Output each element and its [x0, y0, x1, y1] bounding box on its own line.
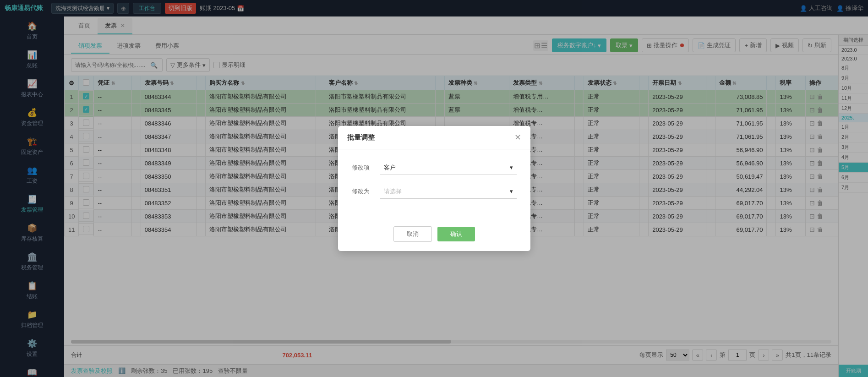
modal-header: 批量调整 ✕	[338, 126, 530, 149]
modal-overlay: 批量调整 ✕ 修改项 客户 ▾ 修改为 请选择 ▾ 取消 确认	[0, 0, 868, 377]
modal-cancel-btn[interactable]: 取消	[393, 226, 432, 242]
modal-modify-row: 修改为 请选择 ▾	[352, 184, 517, 199]
modal-field-row: 修改项 客户 ▾	[352, 160, 517, 175]
modal-modify-select[interactable]: 请选择 ▾	[380, 184, 517, 199]
modal-title: 批量调整	[347, 133, 375, 142]
modal-body: 修改项 客户 ▾ 修改为 请选择 ▾	[338, 149, 530, 219]
modal-close-btn[interactable]: ✕	[514, 132, 521, 142]
batch-adjust-modal: 批量调整 ✕ 修改项 客户 ▾ 修改为 请选择 ▾ 取消 确认	[338, 126, 530, 251]
modal-modify-label: 修改为	[352, 187, 375, 196]
modal-field-value: 客户	[384, 164, 396, 172]
modal-field-label: 修改项	[352, 164, 375, 172]
modal-footer: 取消 确认	[338, 219, 530, 251]
modal-confirm-btn[interactable]: 确认	[437, 227, 475, 241]
modal-modify-placeholder: 请选择	[384, 187, 402, 196]
modal-field-dropdown-icon: ▾	[510, 164, 513, 171]
modal-field-select[interactable]: 客户 ▾	[380, 160, 517, 175]
modal-modify-dropdown-icon: ▾	[510, 188, 513, 195]
